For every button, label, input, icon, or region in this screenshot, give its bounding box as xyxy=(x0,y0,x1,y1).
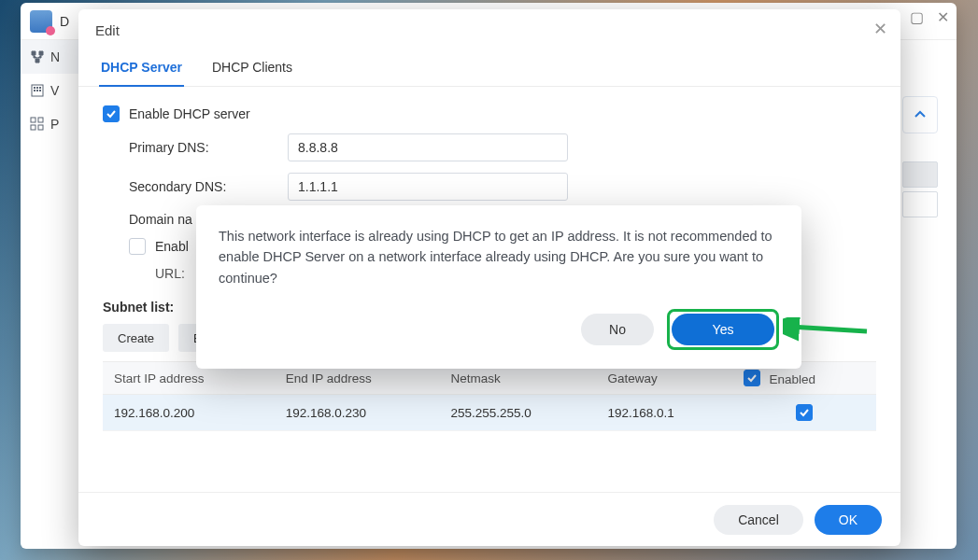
cell-end-ip: 192.168.0.230 xyxy=(275,395,440,431)
edit-window-titlebar: Edit ✕ xyxy=(78,9,900,50)
building-icon xyxy=(30,83,45,98)
app-icon xyxy=(30,10,52,33)
cell-enabled xyxy=(732,395,876,431)
no-button[interactable]: No xyxy=(581,314,654,345)
check-icon xyxy=(799,407,810,418)
svg-rect-8 xyxy=(38,118,43,122)
enable-secondary-checkbox[interactable] xyxy=(129,238,146,255)
row-enabled-checkbox[interactable] xyxy=(796,404,813,421)
bg-slot xyxy=(902,161,938,188)
svg-rect-10 xyxy=(38,125,43,130)
bg-sidebar: N V P xyxy=(21,40,80,544)
secondary-dns-input[interactable] xyxy=(288,173,568,201)
bg-right-panel xyxy=(902,96,947,221)
edit-window-title: Edit xyxy=(95,22,120,38)
ok-button[interactable]: OK xyxy=(815,505,882,535)
svg-rect-2 xyxy=(36,87,38,89)
svg-rect-7 xyxy=(31,118,35,122)
confirm-dialog: This network interface is already using … xyxy=(196,205,801,369)
cell-gateway: 192.168.0.1 xyxy=(596,395,731,431)
bg-side-item-pxe[interactable]: P xyxy=(21,107,80,141)
enable-dhcp-checkbox[interactable] xyxy=(103,105,120,122)
svg-rect-3 xyxy=(39,87,41,89)
secondary-dns-label: Secondary DNS: xyxy=(129,179,288,194)
svg-rect-1 xyxy=(34,87,35,89)
bg-side-item-network[interactable]: N xyxy=(21,40,80,74)
bg-maximize-icon[interactable]: ▢ xyxy=(910,8,924,26)
tab-bar: DHCP Server DHCP Clients xyxy=(78,50,900,87)
enable-dhcp-label: Enable DHCP server xyxy=(129,106,250,121)
network-icon xyxy=(30,49,45,64)
primary-dns-input[interactable] xyxy=(288,133,568,161)
svg-rect-9 xyxy=(31,125,35,130)
table-row[interactable]: 192.168.0.200 192.168.0.230 255.255.255.… xyxy=(103,395,876,431)
header-enabled-checkbox[interactable] xyxy=(744,370,760,386)
bg-close-icon[interactable]: ✕ xyxy=(937,8,949,26)
create-button[interactable]: Create xyxy=(103,324,169,352)
subnet-table: Start IP address End IP address Netmask … xyxy=(103,361,876,431)
svg-rect-6 xyxy=(39,90,41,91)
yes-button[interactable]: Yes xyxy=(672,314,774,345)
edit-window-footer: Cancel OK xyxy=(78,492,900,546)
bg-app-title: D xyxy=(60,14,69,29)
check-icon xyxy=(746,372,758,384)
collapse-button[interactable] xyxy=(902,96,938,133)
yes-highlight-box: Yes xyxy=(667,309,779,350)
col-enabled-label: Enabled xyxy=(769,372,815,386)
svg-rect-4 xyxy=(34,90,35,91)
svg-rect-5 xyxy=(36,90,38,91)
check-icon xyxy=(106,108,117,119)
primary-dns-label: Primary DNS: xyxy=(129,140,288,155)
enable-secondary-label: Enabl xyxy=(155,239,189,254)
bg-side-label: V xyxy=(50,83,59,98)
bg-side-item-vendor[interactable]: V xyxy=(21,74,80,107)
cell-netmask: 255.255.255.0 xyxy=(439,395,596,431)
bg-side-label: P xyxy=(50,117,59,132)
tab-dhcp-server[interactable]: DHCP Server xyxy=(99,50,184,86)
bg-side-label: N xyxy=(50,49,60,64)
cancel-button[interactable]: Cancel xyxy=(714,505,803,535)
grid-icon xyxy=(30,117,45,132)
confirm-message: This network interface is already using … xyxy=(219,226,779,288)
cell-start-ip: 192.168.0.200 xyxy=(103,395,275,431)
tab-dhcp-clients[interactable]: DHCP Clients xyxy=(210,50,294,86)
chevron-up-icon xyxy=(914,108,927,121)
bg-slot xyxy=(902,191,938,217)
close-icon[interactable]: ✕ xyxy=(873,19,887,39)
